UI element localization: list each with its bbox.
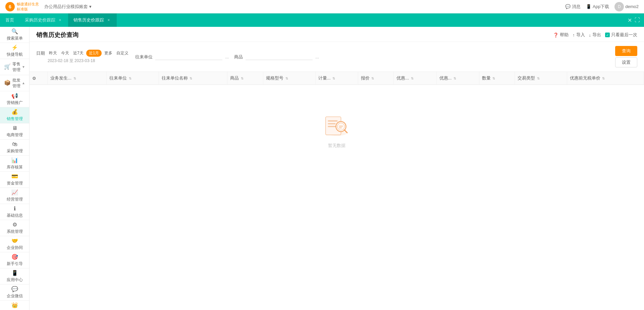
quick-nav-icon: ⚡	[11, 44, 18, 51]
sidebar-item-basic-info-label: 基础信息	[7, 213, 23, 218]
tab-sales-history-close[interactable]: ×	[106, 17, 111, 23]
avatar: D	[614, 2, 624, 11]
only-last-checkbox-label[interactable]: ✓ 只看最后一次	[605, 32, 637, 38]
sort-icon-trade-type: ⇅	[537, 76, 540, 80]
tab-home[interactable]: 首页	[0, 13, 19, 27]
sort-icon-partner-name: ⇅	[190, 76, 192, 80]
wholesale-icon: 📦	[4, 80, 11, 86]
sidebar-item-wholesale[interactable]: 📦 批发管理 ▲	[0, 75, 29, 91]
col-settings[interactable]: ⚙	[30, 72, 48, 85]
export-button[interactable]: ↓ 导出	[589, 32, 601, 38]
filter-actions: 查询 设置	[615, 46, 637, 67]
col-discount1[interactable]: 优惠... ⇅	[394, 72, 436, 85]
empty-state-text: 暂无数据	[328, 143, 345, 149]
tab-purchase-history[interactable]: 采购历史价跟踪 ×	[19, 13, 68, 27]
date-btn-today[interactable]: 今天	[60, 50, 70, 57]
sidebar-item-sales[interactable]: 💰 销售管理	[0, 107, 29, 123]
expand-window-icon[interactable]: ⛶	[635, 17, 640, 23]
import-icon: ↑	[573, 33, 575, 38]
enterprise-collab-icon: 🤝	[11, 238, 18, 244]
sidebar-item-app-center-label: 应用中心	[7, 277, 23, 283]
sort-icon-quote: ⇅	[371, 76, 374, 80]
page-title: 销售历史价查询	[36, 31, 78, 39]
col-goods[interactable]: 商品 ⇅	[227, 72, 263, 85]
col-quote[interactable]: 报价 ⇅	[358, 72, 394, 85]
app-download-button[interactable]: 📱 App下载	[586, 4, 609, 10]
sidebar-item-finance[interactable]: 💳 资金管理	[0, 172, 29, 188]
top-header: 6 畅捷通好生意 标准版 办公用品行业模拟账套 ▾ 💬 消息 📱 App下载 D…	[0, 0, 644, 13]
purchase-icon: 🛍	[12, 141, 17, 147]
col-spec[interactable]: 规格型号 ⇅	[263, 72, 316, 85]
sidebar-item-system[interactable]: ⚙ 系统管理	[0, 220, 29, 236]
sidebar-item-retail[interactable]: 🛒 零售管理 ▼	[0, 59, 29, 75]
col-partner-name[interactable]: 往来单位名称 ⇅	[159, 72, 227, 85]
help-button[interactable]: ❓ 帮助	[553, 32, 569, 38]
partner-dots[interactable]: ...	[225, 54, 229, 59]
col-partner-code-label: 往来单位	[109, 75, 127, 81]
main-layout: 🔍 搜索菜单 ⚡ 快捷导航 🛒 零售管理 ▼ 📦 批发管理 ▲ 📢 营销推广 💰…	[0, 27, 644, 310]
col-trade-type[interactable]: 交易类型 ⇅	[515, 72, 567, 85]
page-header: 销售历史价查询 ❓ 帮助 ↑ 导入 ↓ 导出 ✓ 只看最后一次	[30, 27, 644, 42]
date-btn-custom[interactable]: 自定义	[115, 50, 130, 57]
col-discount2-label: 优惠...	[439, 75, 452, 81]
help-icon: ❓	[553, 33, 558, 38]
sidebar-item-inventory[interactable]: 📊 库存核算	[0, 156, 29, 172]
date-range-display: 2023-02-18 至 2023-03-18	[48, 58, 130, 64]
sidebar-item-enterprise-wechat[interactable]: 💬 企业微信	[0, 285, 29, 301]
only-last-checkbox[interactable]: ✓	[605, 33, 610, 37]
date-btn-1month[interactable]: 近1月	[86, 50, 102, 57]
sidebar-item-basic-info[interactable]: ℹ 基础信息	[0, 204, 29, 220]
partner-filter-label: 往来单位	[135, 53, 153, 60]
partner-input[interactable]	[155, 53, 222, 60]
tab-sales-history[interactable]: 销售历史价跟踪 ×	[68, 13, 117, 27]
sort-icon-partner-code: ⇅	[129, 76, 131, 80]
col-quantity[interactable]: 数量 ⇅	[479, 72, 515, 85]
app-center-icon: 📱	[11, 270, 18, 276]
sidebar-item-ecommerce[interactable]: 🖥 电商管理	[0, 123, 29, 140]
sort-icon-spec: ⇅	[285, 76, 288, 80]
sidebar-item-new-guide[interactable]: 🎯 新手引导	[0, 252, 29, 268]
svg-rect-8	[339, 126, 343, 127]
col-partner-code[interactable]: 往来单位 ⇅	[107, 72, 159, 85]
goods-filter-group: 商品 ...	[234, 53, 319, 60]
sidebar-item-marketing[interactable]: 📢 营销推广	[0, 91, 29, 107]
data-table: ⚙ 业务发生... ⇅ 往来单位 ⇅ 往来单位名称 ⇅	[30, 72, 644, 85]
sidebar-item-app-center[interactable]: 📱 应用中心	[0, 268, 29, 285]
date-btn-7days[interactable]: 近7天	[72, 50, 85, 57]
logo-area: 6 畅捷通好生意 标准版	[5, 2, 39, 11]
sidebar-item-finance-label: 资金管理	[7, 180, 23, 186]
import-button[interactable]: ↑ 导入	[573, 32, 585, 38]
message-button[interactable]: 💬 消息	[565, 4, 581, 10]
tab-purchase-history-label: 采购历史价跟踪	[25, 17, 55, 23]
col-pre-tax-price[interactable]: 优惠前无税单价 ⇅	[567, 72, 644, 85]
user-profile[interactable]: D demo2	[614, 2, 639, 11]
app-selector[interactable]: 办公用品行业模拟账套 ▾	[42, 2, 94, 11]
sidebar-item-enterprise-collab[interactable]: 🤝 企业协同	[0, 236, 29, 252]
goods-dots[interactable]: ...	[315, 54, 319, 59]
sidebar-item-member[interactable]: 👑 畅会员	[0, 301, 29, 310]
app-name-label: 办公用品行业模拟账套	[44, 4, 88, 10]
sidebar-item-search-menu-label: 搜索菜单	[7, 36, 23, 41]
settings-button[interactable]: 设置	[615, 57, 637, 67]
query-button[interactable]: 查询	[615, 46, 637, 56]
goods-input[interactable]	[246, 53, 313, 60]
empty-state-icon	[320, 112, 354, 139]
date-btn-yesterday[interactable]: 昨天	[48, 50, 58, 57]
sidebar-item-purchase[interactable]: 🛍 采购管理	[0, 140, 29, 156]
inventory-icon: 📊	[11, 157, 18, 163]
logo-icon: 6	[5, 2, 15, 11]
retail-icon: 🛒	[4, 63, 11, 70]
close-window-icon[interactable]: ✕	[628, 17, 632, 23]
wholesale-arrow-icon: ▲	[22, 81, 25, 85]
svg-rect-2	[328, 120, 337, 121]
header-right: 💬 消息 📱 App下载 D demo2	[565, 2, 639, 11]
date-btn-more[interactable]: 更多	[103, 50, 114, 57]
col-discount2[interactable]: 优惠... ⇅	[436, 72, 479, 85]
sidebar-item-search-menu[interactable]: 🔍 搜索菜单	[0, 27, 29, 43]
col-unit[interactable]: 计量... ⇅	[315, 72, 358, 85]
tab-purchase-history-close[interactable]: ×	[57, 17, 63, 23]
sidebar-item-operations[interactable]: 📈 经营管理	[0, 188, 29, 204]
col-biz-date[interactable]: 业务发生... ⇅	[48, 72, 107, 85]
col-goods-label: 商品	[230, 75, 239, 81]
sidebar-item-quick-nav[interactable]: ⚡ 快捷导航	[0, 43, 29, 59]
